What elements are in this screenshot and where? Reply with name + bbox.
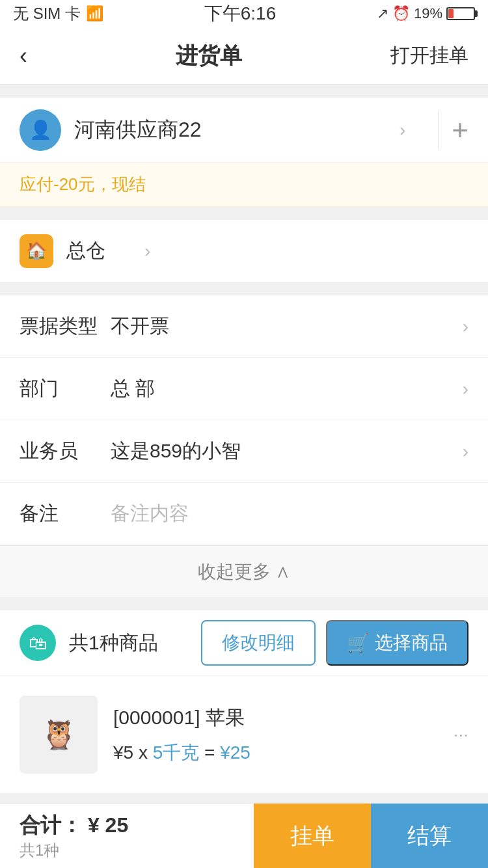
add-supplier-button[interactable]: + <box>452 114 468 146</box>
product-name: [0000001] 苹果 <box>113 705 438 731</box>
product-info: [0000001] 苹果 ¥5 x 5千克 = ¥25 <box>113 705 438 765</box>
battery-icon <box>446 7 475 20</box>
products-count: 共1种商品 <box>69 630 201 657</box>
status-left: 无 SIM 卡 📶 <box>13 3 103 24</box>
remark-row[interactable]: 备注 备注内容 <box>0 483 488 545</box>
remark-input[interactable]: 备注内容 <box>98 500 468 527</box>
product-thumbnail: 🦉 <box>20 696 98 774</box>
carrier-text: 无 SIM 卡 <box>13 3 81 24</box>
open-suspend-button[interactable]: 打开挂单 <box>390 42 468 69</box>
checkout-button[interactable]: 结算 <box>371 804 488 868</box>
alarm-icon: ⏰ <box>392 5 410 22</box>
warehouse-chevron-icon: › <box>144 241 150 262</box>
dept-row[interactable]: 部门 总 部 › <box>0 358 488 420</box>
price-separator: x <box>139 742 153 763</box>
section-gap-3 <box>0 282 488 295</box>
supplier-chevron-icon: › <box>400 120 405 141</box>
warehouse-label: 总仓 <box>66 237 144 264</box>
collapse-label: 收起更多 ∧ <box>198 560 291 584</box>
salesman-value: 这是859的小智 <box>98 438 463 465</box>
page-title: 进货单 <box>176 41 242 71</box>
supplier-name: 河南供应商22 <box>74 116 400 144</box>
supplier-section: 👤 河南供应商22 › + 应付-20元，现结 <box>0 98 488 207</box>
battery-percent: 19% <box>414 5 442 22</box>
products-icon: 🛍 <box>20 625 56 661</box>
total-section: 合计： ¥ 25 共1种 <box>0 804 254 868</box>
edit-detail-button[interactable]: 修改明细 <box>201 620 316 666</box>
invoice-chevron-icon: › <box>463 316 468 337</box>
location-icon: ↗ <box>377 5 388 22</box>
product-qty: 5千克 <box>153 742 200 763</box>
section-gap-2 <box>0 207 488 220</box>
product-price: ¥5 x 5千克 = ¥25 <box>113 740 438 765</box>
product-more-button[interactable]: ··· <box>454 724 468 745</box>
select-product-label: 选择商品 <box>375 631 448 655</box>
select-product-button[interactable]: 🛒 选择商品 <box>326 620 468 666</box>
product-thumb-logo: 🦉 <box>41 718 77 752</box>
invoice-row[interactable]: 票据类型 不开票 › <box>0 295 488 358</box>
bag-icon: 🛍 <box>29 632 47 654</box>
collapse-button[interactable]: 收起更多 ∧ <box>0 545 488 597</box>
battery-fill <box>448 9 454 18</box>
supplier-avatar-icon: 👤 <box>29 119 52 141</box>
divider <box>438 111 439 150</box>
dept-chevron-icon: › <box>463 379 468 400</box>
wifi-icon: 📶 <box>86 5 103 22</box>
dept-label: 部门 <box>20 375 98 402</box>
section-gap-1 <box>0 85 488 98</box>
invoice-value: 不开票 <box>98 313 463 340</box>
nav-bar: ‹ 进货单 打开挂单 <box>0 27 488 85</box>
invoice-label: 票据类型 <box>20 313 98 340</box>
salesman-label: 业务员 <box>20 438 98 465</box>
product-title: 苹果 <box>206 707 245 728</box>
warehouse-row[interactable]: 🏠 总仓 › <box>0 220 488 282</box>
bottom-bar: 合计： ¥ 25 共1种 挂单 结算 <box>0 803 488 868</box>
product-total: ¥25 <box>220 742 251 763</box>
total-count: 共1种 <box>20 840 234 861</box>
total-label: 合计： <box>20 813 82 837</box>
remark-label: 备注 <box>20 500 98 527</box>
suspend-button[interactable]: 挂单 <box>254 804 371 868</box>
status-right: ↗ ⏰ 19% <box>377 5 475 22</box>
price-equals: = <box>204 742 220 763</box>
products-header: 🛍 共1种商品 修改明细 🛒 选择商品 <box>0 610 488 675</box>
salesman-row[interactable]: 业务员 这是859的小智 › <box>0 420 488 483</box>
unit-price: ¥5 <box>113 742 133 763</box>
notice-bar: 应付-20元，现结 <box>0 163 488 207</box>
warehouse-icon: 🏠 <box>20 234 53 268</box>
cart-icon: 🛒 <box>347 632 370 654</box>
product-code: [0000001] <box>113 707 200 728</box>
back-button[interactable]: ‹ <box>20 42 27 70</box>
status-bar: 无 SIM 卡 📶 下午6:16 ↗ ⏰ 19% <box>0 0 488 27</box>
status-time: 下午6:16 <box>204 1 277 26</box>
salesman-chevron-icon: › <box>463 441 468 462</box>
dept-value: 总 部 <box>98 375 463 402</box>
total-amount: 合计： ¥ 25 <box>20 811 234 840</box>
supplier-row[interactable]: 👤 河南供应商22 › + <box>0 98 488 163</box>
product-item[interactable]: 🦉 [0000001] 苹果 ¥5 x 5千克 = ¥25 ··· <box>0 675 488 793</box>
total-value: ¥ 25 <box>88 813 128 837</box>
supplier-avatar: 👤 <box>20 109 61 151</box>
